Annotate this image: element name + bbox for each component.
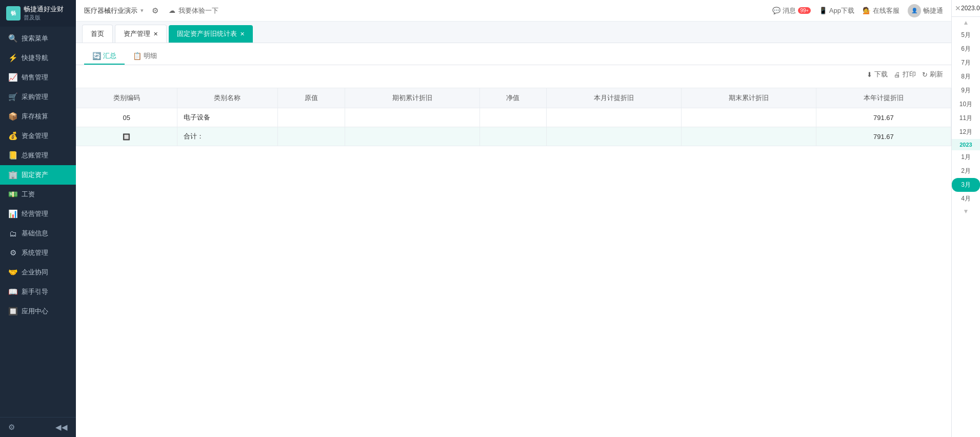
month-8[interactable]: 8月: [952, 70, 980, 84]
sidebar-item-ledger[interactable]: 📒总账管理: [0, 146, 76, 165]
summary-begin-accum: [345, 127, 479, 146]
right-panel-header: ✕ 2023.03 ⤢: [952, 0, 980, 17]
sidebar-bottom: ⚙ ◀◀: [0, 417, 76, 437]
col-net: 净值: [479, 88, 546, 108]
message-btn[interactable]: 💬 消息 99+: [772, 6, 810, 15]
sidebar-label-base: 基础信息: [22, 229, 48, 238]
content-area: 🔄 汇总 📋 明细 ⬇ 下载 🖨 打印 ↻ 刷新: [76, 43, 951, 437]
download-btn[interactable]: ⬇ 下载: [867, 70, 888, 79]
topbar-right: 💬 消息 99+ 📱 App下载 💁 在线客服 👤 畅捷通: [772, 4, 943, 17]
user-label: 畅捷通: [923, 6, 943, 15]
collapse-icon[interactable]: ◀◀: [55, 423, 68, 432]
row-begin-accum: [345, 108, 479, 127]
summary-icon: 🔄: [92, 52, 101, 60]
sidebar-item-salary[interactable]: 💵工资: [0, 185, 76, 204]
tab-asset-mgmt-label: 资产管理: [124, 29, 150, 38]
company-settings-icon[interactable]: ⚙: [152, 6, 158, 15]
summary-original: [278, 127, 345, 146]
month-2023-1[interactable]: 1月: [952, 150, 980, 164]
row-end-accum: [681, 108, 816, 127]
month-7[interactable]: 7月: [952, 56, 980, 70]
panel-title: 2023.03: [961, 5, 980, 12]
service-icon: 💁: [863, 7, 871, 14]
sidebar-item-guide[interactable]: 📖新手引导: [0, 282, 76, 302]
message-label: 消息: [783, 6, 796, 15]
tab-asset-mgmt[interactable]: 资产管理 ✕: [115, 25, 167, 43]
tab-depreciation-label: 固定资产折旧统计表: [177, 29, 237, 38]
experience-btn[interactable]: ☁ 我要体验一下: [169, 6, 218, 15]
sidebar-item-enterprise[interactable]: 🤝企业协同: [0, 263, 76, 282]
month-2023-4[interactable]: 4月: [952, 192, 980, 206]
service-btn[interactable]: 💁 在线客服: [863, 6, 899, 15]
print-btn[interactable]: 🖨 打印: [894, 70, 916, 79]
sidebar-item-funds[interactable]: 💰资金管理: [0, 126, 76, 146]
refresh-btn[interactable]: ↻ 刷新: [922, 70, 943, 79]
col-begin-accum: 期初累计折旧: [345, 88, 479, 108]
sidebar-label-funds: 资金管理: [22, 131, 48, 141]
scroll-down-arrow[interactable]: ▼: [952, 206, 980, 217]
sidebar-icon-funds: 💰: [8, 131, 17, 141]
sidebar-item-operation[interactable]: 📊经营管理: [0, 204, 76, 224]
sidebar-label-guide: 新手引导: [22, 287, 48, 296]
col-month-dep: 本月计提折旧: [546, 88, 681, 108]
panel-close-icon[interactable]: ✕: [955, 4, 961, 12]
col-year-dep: 本年计提折旧: [816, 88, 951, 108]
app-download-btn[interactable]: 📱 App下载: [819, 6, 854, 15]
service-label: 在线客服: [873, 6, 899, 15]
tab-depreciation-close[interactable]: ✕: [240, 31, 245, 37]
sidebar-icon-assets: 🏢: [8, 170, 17, 180]
sub-tab-detail-label: 明细: [144, 51, 157, 61]
sidebar-item-quicknav[interactable]: ⚡快捷导航: [0, 48, 76, 68]
month-2023-3[interactable]: 3月: [952, 178, 980, 192]
sidebar-icon-apps: 🔲: [8, 307, 17, 316]
tab-asset-mgmt-close[interactable]: ✕: [153, 31, 158, 37]
tab-depreciation[interactable]: 固定资产折旧统计表 ✕: [169, 25, 253, 43]
detail-icon: 📋: [133, 52, 142, 60]
scroll-up-arrow[interactable]: ▲: [952, 17, 980, 28]
month-9[interactable]: 9月: [952, 84, 980, 97]
sidebar-icon-inventory: 📦: [8, 112, 17, 121]
print-icon: 🖨: [894, 71, 901, 78]
company-selector[interactable]: 医疗器械行业演示 ▾: [84, 6, 144, 15]
sub-tab-detail[interactable]: 📋 明细: [125, 48, 165, 65]
month-11[interactable]: 11月: [952, 111, 980, 125]
user-btn[interactable]: 👤 畅捷通: [908, 4, 943, 17]
app-label: App下载: [829, 6, 854, 15]
month-12[interactable]: 12月: [952, 125, 980, 139]
month-2023-2[interactable]: 2月: [952, 164, 980, 178]
sidebar-icon-ledger: 📒: [8, 151, 17, 160]
row-month-dep: [546, 108, 681, 127]
download-icon: ⬇: [867, 71, 872, 78]
message-icon: 💬: [772, 7, 781, 14]
sidebar-item-inventory[interactable]: 📦库存核算: [0, 107, 76, 126]
month-10[interactable]: 10月: [952, 97, 980, 111]
avatar: 👤: [908, 4, 921, 17]
summary-icon-cell: 🔲: [76, 127, 177, 146]
sidebar-item-purchase[interactable]: 🛒采购管理: [0, 87, 76, 107]
tab-home[interactable]: 首页: [82, 25, 113, 43]
col-name: 类别名称: [177, 88, 278, 108]
sidebar-icon-enterprise: 🤝: [8, 268, 17, 277]
sidebar-item-apps[interactable]: 🔲应用中心: [0, 302, 76, 321]
sub-tab-summary-label: 汇总: [103, 51, 116, 61]
settings-icon[interactable]: ⚙: [8, 423, 15, 432]
row-original: [278, 108, 345, 127]
sidebar-item-search[interactable]: 🔍搜索菜单: [0, 29, 76, 48]
sidebar-item-assets[interactable]: 🏢固定资产: [0, 165, 76, 185]
logo-icon: 畅: [6, 6, 21, 21]
sidebar-icon-purchase: 🛒: [8, 92, 17, 102]
sidebar-item-base[interactable]: 🗂基础信息: [0, 224, 76, 243]
sidebar-icon-sales: 📈: [8, 73, 17, 82]
sidebar-item-sales[interactable]: 📈销售管理: [0, 68, 76, 87]
sub-tab-summary[interactable]: 🔄 汇总: [84, 48, 125, 65]
col-original: 原值: [278, 88, 345, 108]
sidebar-label-apps: 应用中心: [22, 307, 48, 316]
month-5[interactable]: 5月: [952, 28, 980, 42]
row-year-dep: 791.67: [816, 108, 951, 127]
sub-tabs: 🔄 汇总 📋 明细: [76, 43, 951, 65]
sidebar-label-quicknav: 快捷导航: [22, 53, 48, 63]
sidebar-item-system[interactable]: ⚙系统管理: [0, 243, 76, 263]
month-6[interactable]: 6月: [952, 42, 980, 56]
sidebar-label-system: 系统管理: [22, 248, 48, 257]
refresh-label: 刷新: [930, 70, 943, 79]
